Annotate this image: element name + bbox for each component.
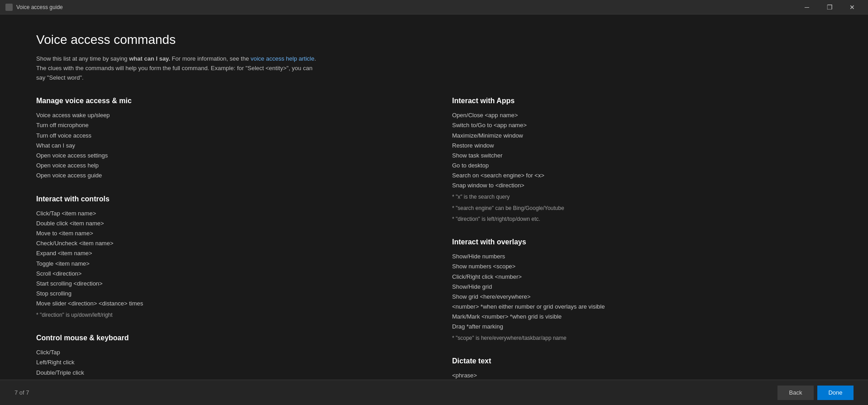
window-title: Voice access guide <box>16 4 796 10</box>
help-article-link[interactable]: voice access help article <box>251 55 315 62</box>
subtitle: Show this list at any time by saying wha… <box>36 54 317 82</box>
subtitle-period: . <box>315 55 316 62</box>
close-button[interactable]: ✕ <box>842 0 863 14</box>
list-item: Open voice access guide <box>36 171 416 181</box>
page-title: Voice access commands <box>36 33 832 47</box>
footer: 7 of 7 Back Done <box>0 380 868 405</box>
list-item: Search on <search engine> for <x> <box>452 171 832 181</box>
section-title-interact-apps: Interact with Apps <box>452 97 832 105</box>
list-item: Expand <item name> <box>36 248 416 258</box>
section-interact-apps: Interact with Apps Open/Close <app name>… <box>452 97 832 224</box>
list-item: Stop scrolling <box>36 289 416 299</box>
list-item: Left/Right click <box>36 357 416 367</box>
list-item: Move to <item name> <box>36 229 416 238</box>
section-title-dictate-text: Dictate text <box>452 357 832 365</box>
section-title-manage-voice: Manage voice access & mic <box>36 97 416 105</box>
done-button[interactable]: Done <box>817 386 854 400</box>
list-item: Snap window to <direction> <box>452 181 832 191</box>
list-item-note: * "direction" is left/right/top/down etc… <box>452 214 832 224</box>
list-item: Scroll <direction> <box>36 269 416 279</box>
list-item: Toggle <item name> <box>36 259 416 269</box>
list-item: Click/Tap <item name> <box>36 209 416 219</box>
title-bar: Voice access guide ─ ❐ ✕ <box>0 0 868 14</box>
list-item: Turn off voice access <box>36 131 416 141</box>
list-item: Open/Close <app name> <box>452 110 832 120</box>
list-item: Mark/Mark <number> *when grid is visible <box>452 312 832 322</box>
section-interact-controls: Interact with controls Click/Tap <item n… <box>36 195 416 319</box>
list-item: Check/Uncheck <item name> <box>36 238 416 248</box>
subtitle-example: The clues with the commands will help yo… <box>36 65 312 81</box>
restore-button[interactable]: ❐ <box>819 0 840 14</box>
left-column: Manage voice access & mic Voice access w… <box>36 97 416 405</box>
app-icon <box>5 4 13 11</box>
list-item: Double click <item name> <box>36 219 416 229</box>
window-controls: ─ ❐ ✕ <box>796 0 863 14</box>
list-item: Drag *after marking <box>452 322 832 332</box>
list-item: Move slider <direction> <distance> times <box>36 299 416 309</box>
list-item: Switch to/Go to <app name> <box>452 120 832 130</box>
list-item: Show/Hide numbers <box>452 252 832 262</box>
list-item: What can I say <box>36 141 416 151</box>
list-item: Click/Tap <box>36 348 416 357</box>
list-item: Show/Hide grid <box>452 282 832 292</box>
list-item-note: * "search engine" can be Bing/Google/You… <box>452 204 832 213</box>
section-title-interact-overlays: Interact with overlays <box>452 238 832 246</box>
command-list-interact-overlays: Show/Hide numbers Show numbers <scope> C… <box>452 252 832 343</box>
list-item: Show grid <here/everywhere> <box>452 292 832 302</box>
list-item: Show numbers <scope> <box>452 262 832 272</box>
list-item: Show task switcher <box>452 151 832 161</box>
content-area: Voice access commands Show this list at … <box>0 14 868 405</box>
subtitle-middle: For more information, see the <box>170 55 251 62</box>
command-list-manage-voice: Voice access wake up/sleep Turn off micr… <box>36 110 416 181</box>
list-item-note: * "direction" is up/down/left/right <box>36 310 416 319</box>
list-item: Turn off microphone <box>36 120 416 130</box>
subtitle-prefix: Show this list at any time by saying <box>36 55 129 62</box>
list-item: Maximize/Minimize window <box>452 131 832 141</box>
list-item: Click/Right click <number> <box>452 272 832 282</box>
list-item: Open voice access settings <box>36 151 416 161</box>
list-item: Start scrolling <direction> <box>36 279 416 289</box>
section-interact-overlays: Interact with overlays Show/Hide numbers… <box>452 238 832 343</box>
page-indicator: 7 of 7 <box>14 389 29 396</box>
list-item: Double/Triple click <box>36 368 416 378</box>
section-manage-voice: Manage voice access & mic Voice access w… <box>36 97 416 181</box>
subtitle-bold: what can I say. <box>129 55 170 62</box>
back-button[interactable]: Back <box>777 386 814 400</box>
list-item: Go to desktop <box>452 161 832 171</box>
list-item: <number> *when either number or grid ove… <box>452 302 832 312</box>
section-title-control-mouse: Control mouse & keyboard <box>36 334 416 342</box>
section-title-interact-controls: Interact with controls <box>36 195 416 203</box>
command-list-interact-controls: Click/Tap <item name> Double click <item… <box>36 209 416 319</box>
list-item-note: * "x" is the search query <box>452 192 832 201</box>
list-item: Voice access wake up/sleep <box>36 110 416 120</box>
list-item-note: * "scope" is here/everywhere/taskbar/app… <box>452 334 832 343</box>
list-item: Restore window <box>452 141 832 151</box>
footer-buttons: Back Done <box>777 386 854 400</box>
command-list-interact-apps: Open/Close <app name> Switch to/Go to <a… <box>452 110 832 224</box>
list-item: Open voice access help <box>36 161 416 171</box>
minimize-button[interactable]: ─ <box>796 0 817 14</box>
right-column: Interact with Apps Open/Close <app name>… <box>452 97 832 405</box>
columns: Manage voice access & mic Voice access w… <box>36 97 832 405</box>
